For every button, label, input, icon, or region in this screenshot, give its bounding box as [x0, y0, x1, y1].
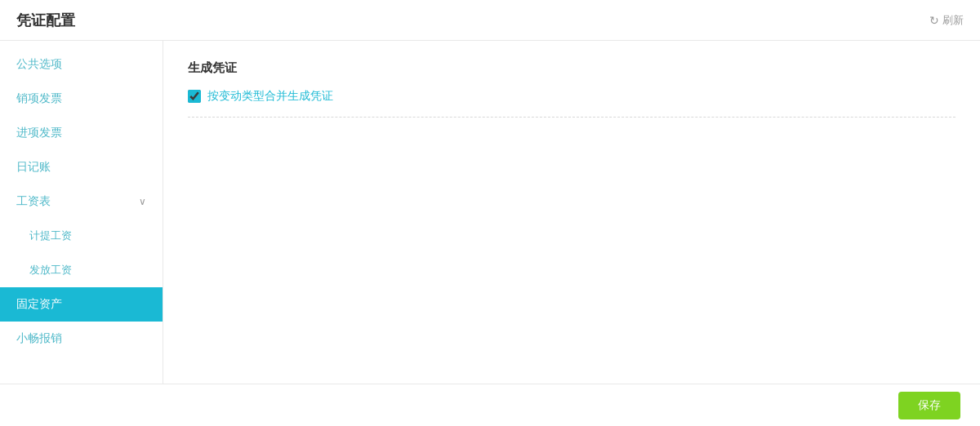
sidebar-item-fixed-assets[interactable]: 固定资产 [0, 287, 163, 322]
section-title: 生成凭证 [188, 60, 956, 76]
merge-voucher-checkbox[interactable] [188, 90, 201, 103]
checkbox-label: 按变动类型合并生成凭证 [207, 89, 333, 104]
page-title: 凭证配置 [16, 11, 75, 30]
sidebar-item-payroll-table[interactable]: 工资表∨ [0, 184, 163, 219]
section-divider [188, 117, 956, 118]
page-header: 凭证配置 ↻ 刷新 [0, 0, 980, 41]
sidebar-item-label: 固定资产 [16, 297, 62, 312]
save-button[interactable]: 保存 [898, 392, 960, 419]
sidebar-item-pay-wages[interactable]: 发放工资 [0, 253, 163, 287]
sidebar: 公共选项销项发票进项发票日记账工资表∨计提工资发放工资固定资产小畅报销 [0, 41, 163, 384]
sidebar-item-purchase-invoice[interactable]: 进项发票 [0, 116, 163, 150]
refresh-icon: ↻ [929, 14, 939, 27]
sidebar-item-label: 日记账 [16, 160, 51, 175]
sidebar-item-label: 计提工资 [29, 229, 72, 243]
body: 公共选项销项发票进项发票日记账工资表∨计提工资发放工资固定资产小畅报销 生成凭证… [0, 41, 980, 384]
sidebar-item-sales-invoice[interactable]: 销项发票 [0, 82, 163, 116]
sidebar-item-label: 小畅报销 [16, 331, 62, 346]
sidebar-item-label: 工资表 [16, 194, 51, 209]
sidebar-item-label: 销项发票 [16, 91, 62, 106]
refresh-button[interactable]: ↻ 刷新 [929, 13, 964, 28]
refresh-label: 刷新 [942, 13, 964, 28]
sidebar-item-label: 发放工资 [29, 263, 72, 277]
sidebar-item-provision-wages[interactable]: 计提工资 [0, 219, 163, 253]
chevron-down-icon: ∨ [139, 196, 146, 207]
page-footer: 保存 [0, 384, 980, 426]
main-content: 生成凭证 按变动类型合并生成凭证 [163, 41, 980, 384]
sidebar-item-petty-expense[interactable]: 小畅报销 [0, 322, 163, 356]
sidebar-item-public-options[interactable]: 公共选项 [0, 47, 163, 82]
sidebar-item-label: 进项发票 [16, 126, 62, 140]
checkbox-row: 按变动类型合并生成凭证 [188, 89, 956, 104]
sidebar-item-label: 公共选项 [16, 57, 62, 72]
sidebar-item-journal[interactable]: 日记账 [0, 150, 163, 184]
